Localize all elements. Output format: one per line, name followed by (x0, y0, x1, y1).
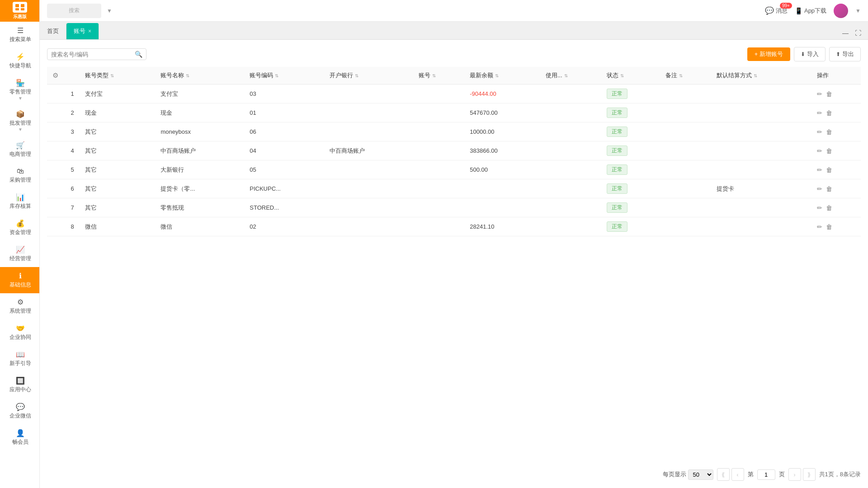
col-header-account[interactable]: 账号 ⇅ (415, 67, 466, 84)
sidebar-item-guide[interactable]: 📖 新手引导 (0, 346, 39, 372)
col-header-settle[interactable]: 默认结算方式 ⇅ (713, 67, 813, 84)
delete-btn[interactable]: 🗑 (826, 223, 832, 230)
sidebar-item-funds[interactable]: 💰 资金管理 (0, 215, 39, 241)
toolbar: 🔍 + 新增账号 ⬇ 导入 ⬆ 导出 (47, 47, 861, 61)
page-next-btn[interactable]: › (788, 468, 801, 481)
sidebar-item-member[interactable]: 👤 畅会员 (0, 424, 39, 450)
add-account-btn[interactable]: + 新增账号 (747, 47, 790, 61)
sidebar-item-inventory[interactable]: 📊 库存核算 (0, 188, 39, 215)
row-settle (713, 84, 813, 103)
page-last-btn[interactable]: ⟫ (803, 468, 816, 481)
svg-rect-0 (15, 4, 19, 7)
header-search-box[interactable]: 搜索 (47, 4, 101, 18)
col-header-usage[interactable]: 使用... ⇅ (542, 67, 604, 84)
row-num: 2 (63, 103, 81, 122)
sidebar-item-basic-info[interactable]: ℹ 基础信息 (0, 267, 39, 293)
edit-btn[interactable]: ✏ (817, 147, 822, 155)
page-number-input[interactable] (757, 469, 775, 480)
app-download-btn[interactable]: 📱 App下载 (795, 7, 826, 15)
edit-btn[interactable]: ✏ (817, 109, 822, 117)
search-input[interactable] (51, 51, 135, 58)
row-remark (662, 217, 713, 236)
row-usage (542, 160, 604, 179)
tab-minimize-btn[interactable]: — (839, 27, 852, 39)
delete-btn[interactable]: 🗑 (826, 90, 832, 98)
col-header-type[interactable]: 账号类型 ⇅ (81, 67, 157, 84)
user-dropdown-arrow[interactable]: ▼ (855, 8, 861, 14)
col-header-name[interactable]: 账号名称 ⇅ (157, 67, 246, 84)
user-avatar[interactable] (834, 4, 848, 18)
row-usage (542, 141, 604, 160)
row-name: 支付宝 (157, 84, 246, 103)
delete-btn[interactable]: 🗑 (826, 204, 832, 211)
col-header-num (63, 67, 81, 84)
tab-home[interactable]: 首页 (40, 23, 66, 39)
delete-btn[interactable]: 🗑 (826, 128, 832, 136)
member-icon: 👤 (16, 429, 25, 437)
search-box[interactable]: 🔍 (47, 48, 146, 60)
import-btn[interactable]: ⬇ 导入 (794, 47, 826, 61)
edit-btn[interactable]: ✏ (817, 223, 822, 230)
edit-btn[interactable]: ✏ (817, 90, 822, 98)
message-badge: 99+ (780, 3, 792, 9)
sidebar-item-retail[interactable]: 🏪 零售管理 ▼ (0, 74, 39, 105)
row-type: 其它 (81, 160, 157, 179)
row-account (415, 84, 466, 103)
col-header-remark[interactable]: 备注 ⇅ (662, 67, 713, 84)
col-header-balance[interactable]: 最新余额 ⇅ (466, 67, 542, 84)
col-header-setting: ⚙ (47, 67, 63, 84)
ecommerce-icon: 🛒 (16, 141, 25, 150)
sidebar-item-search[interactable]: ☰ 搜索菜单 (0, 22, 39, 48)
tab-account[interactable]: 账号 × (66, 23, 99, 39)
delete-btn[interactable]: 🗑 (826, 166, 832, 174)
tab-account-close[interactable]: × (88, 28, 91, 34)
page-label: 第 (748, 470, 754, 479)
sidebar-item-wholesale[interactable]: 📦 批发管理 ▼ (0, 105, 39, 136)
col-header-bank[interactable]: 开户银行 ⇅ (326, 67, 415, 84)
search-menu-icon: ☰ (17, 26, 24, 35)
sidebar-item-ops[interactable]: 📈 经营管理 (0, 241, 39, 267)
status-badge: 正常 (607, 164, 627, 175)
status-badge: 正常 (607, 183, 627, 194)
svg-rect-3 (21, 8, 24, 10)
delete-btn[interactable]: 🗑 (826, 185, 832, 192)
page-prev-btn[interactable]: ‹ (731, 468, 744, 481)
sidebar-item-enterprise[interactable]: 🤝 企业协同 (0, 319, 39, 346)
page-size-select[interactable]: 50 10 20 100 (688, 469, 713, 480)
col-header-status[interactable]: 状态 ⇅ (603, 67, 662, 84)
delete-btn[interactable]: 🗑 (826, 109, 832, 117)
inventory-icon: 📊 (16, 193, 25, 202)
message-btn[interactable]: 💬 消息 99+ (765, 6, 788, 15)
sidebar-item-system[interactable]: ⚙ 系统管理 (0, 293, 39, 319)
header-dropdown[interactable]: ▼ (107, 8, 112, 14)
app-center-icon: 🔲 (16, 376, 25, 385)
row-settle (713, 217, 813, 236)
row-actions: ✏ 🗑 (813, 198, 861, 217)
column-settings-icon[interactable]: ⚙ (52, 71, 58, 79)
sidebar-item-quick-nav[interactable]: ⚡ 快捷导航 (0, 48, 39, 74)
table-container: ⚙ 账号类型 ⇅ 账号名称 ⇅ (47, 67, 861, 463)
svg-rect-2 (15, 8, 19, 10)
tab-maximize-btn[interactable]: ⛶ (852, 27, 864, 39)
edit-btn[interactable]: ✏ (817, 204, 822, 211)
page-first-btn[interactable]: ⟪ (717, 468, 730, 481)
row-type: 其它 (81, 179, 157, 198)
sidebar-item-ecommerce[interactable]: 🛒 电商管理 (0, 136, 39, 163)
export-btn[interactable]: ⬆ 导出 (829, 47, 861, 61)
sidebar-item-app-center[interactable]: 🔲 应用中心 (0, 372, 39, 398)
edit-btn[interactable]: ✏ (817, 185, 822, 192)
edit-btn[interactable]: ✏ (817, 166, 822, 174)
edit-btn[interactable]: ✏ (817, 128, 822, 136)
svg-rect-1 (21, 4, 24, 7)
row-code: 03 (246, 84, 326, 103)
row-code: STORED... (246, 198, 326, 217)
purchase-icon: 🛍 (17, 167, 24, 175)
row-account (415, 122, 466, 141)
col-header-code[interactable]: 账号编码 ⇅ (246, 67, 326, 84)
delete-btn[interactable]: 🗑 (826, 147, 832, 155)
sidebar-item-wechat[interactable]: 💬 企业微信 (0, 398, 39, 424)
row-name: 大新银行 (157, 160, 246, 179)
sidebar-item-purchase[interactable]: 🛍 采购管理 (0, 163, 39, 188)
row-status: 正常 (603, 103, 662, 122)
row-setting (47, 84, 63, 103)
